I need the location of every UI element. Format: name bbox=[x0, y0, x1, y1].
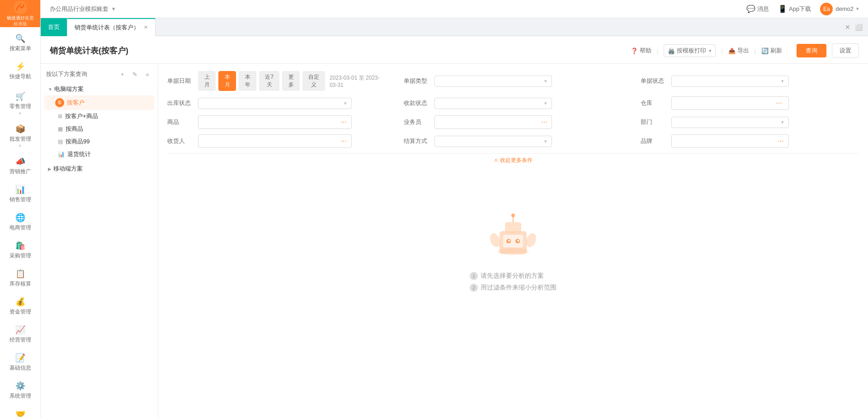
date-btn-this-month[interactable]: 本月 bbox=[218, 71, 236, 91]
date-filter-item: 单据日期 上月 本月 本年 近7天 更多 自定义 2023-03-01 至 20… bbox=[167, 71, 386, 91]
tree-item-by-customer-goods[interactable]: ⊞ 按客户+商品 bbox=[44, 110, 154, 123]
receiver-label: 收货人 bbox=[167, 137, 194, 145]
message-icon: 💬 bbox=[746, 5, 755, 13]
tab-home[interactable]: 首页 bbox=[41, 18, 67, 36]
separator-3: | bbox=[755, 48, 756, 54]
date-btn-last-month[interactable]: 上月 bbox=[198, 71, 216, 91]
sidebar-item-quick-nav[interactable]: ⚡ 快捷导航 bbox=[0, 57, 41, 85]
left-panel-actions: ＋ ✎ « bbox=[117, 69, 152, 79]
tree-group-mobile-label: 移动端方案 bbox=[53, 165, 83, 173]
salesperson-dots[interactable]: ··· bbox=[541, 118, 547, 126]
filter-area: 单据日期 上月 本月 本年 近7天 更多 自定义 2023-03-01 至 20… bbox=[167, 71, 859, 167]
goods-dots[interactable]: ··· bbox=[341, 118, 347, 126]
goods-label: 商品 bbox=[167, 118, 194, 126]
maximize-icon[interactable]: ⬜ bbox=[855, 24, 863, 31]
app-download-btn[interactable]: 📱 App下载 bbox=[778, 5, 811, 13]
receiver-select[interactable]: ··· bbox=[198, 134, 352, 148]
export-icon: 📤 bbox=[728, 48, 736, 54]
edit-scheme-btn[interactable]: ✎ bbox=[130, 69, 140, 79]
tree-item-by-goods-99[interactable]: ▤ 按商品99 bbox=[44, 135, 154, 148]
settlement-select[interactable]: ▾ bbox=[434, 136, 552, 147]
sidebar-item-system[interactable]: ⚙️ 系统管理 bbox=[0, 376, 41, 404]
status-select[interactable]: ▾ bbox=[671, 76, 789, 87]
export-btn[interactable]: 📤 导出 bbox=[728, 47, 749, 55]
receiver-dots[interactable]: ··· bbox=[341, 137, 347, 145]
out-status-select[interactable]: ▾ bbox=[198, 98, 352, 109]
tabs-bar: 首页 销货单统计表（按客户） ✕ ✕ ⬜ bbox=[41, 18, 868, 36]
template-print-btn[interactable]: 🖨️ 按模板打印 ▾ bbox=[664, 44, 716, 57]
receipt-status-select[interactable]: ▾ bbox=[434, 98, 552, 109]
sidebar-logo: 畅捷通好生意 标准版 bbox=[0, 0, 41, 27]
retail-icon: 🛒 bbox=[15, 91, 25, 101]
date-btn-custom[interactable]: 自定义 bbox=[302, 71, 325, 91]
brand-dots[interactable]: ··· bbox=[778, 137, 783, 145]
setting-button[interactable]: 设置 bbox=[832, 43, 859, 58]
warehouse-label: 仓库 bbox=[641, 99, 668, 107]
tab-close-icon[interactable]: ✕ bbox=[144, 24, 148, 30]
tree-arrow-desktop: ▼ bbox=[48, 87, 52, 92]
collapse-panel-btn[interactable]: « bbox=[142, 69, 152, 79]
svg-point-13 bbox=[511, 214, 515, 217]
tree-item-by-goods[interactable]: ▦ 按商品 bbox=[44, 123, 154, 135]
brand-select[interactable]: ··· bbox=[671, 134, 789, 148]
salesperson-select[interactable]: ··· bbox=[434, 115, 552, 129]
basic-icon: 📝 bbox=[15, 353, 25, 363]
step-1-circle: 1 bbox=[470, 272, 478, 280]
department-arrow: ▾ bbox=[781, 119, 784, 125]
sidebar-item-search[interactable]: 🔍 搜索菜单 bbox=[0, 29, 41, 57]
tree-group-desktop[interactable]: ▼ 电脑端方案 bbox=[44, 83, 154, 95]
tree-group-mobile[interactable]: ▶ 移动端方案 bbox=[44, 162, 154, 175]
user-menu[interactable]: Ea demo2 ▾ bbox=[820, 3, 859, 15]
enterprise-icon: 🤝 bbox=[15, 409, 25, 418]
sidebar-item-wholesale[interactable]: 📦 批发管理 ▲ bbox=[0, 119, 41, 152]
sidebar-item-inventory[interactable]: 📋 库存核算 bbox=[0, 264, 41, 292]
add-scheme-btn[interactable]: ＋ bbox=[117, 69, 127, 79]
tree-item-by-customer[interactable]: 客 按客户 bbox=[44, 95, 154, 110]
sidebar-item-marketing[interactable]: 📣 营销推广 bbox=[0, 152, 41, 180]
message-btn[interactable]: 💬 消息 bbox=[746, 5, 769, 13]
refresh-btn[interactable]: 🔄 刷新 bbox=[761, 47, 782, 55]
receipt-status-filter-item: 收款状态 ▾ bbox=[404, 98, 622, 109]
sidebar-item-sales[interactable]: 📊 销售管理 bbox=[0, 180, 41, 208]
close-window-icon[interactable]: ✕ bbox=[845, 24, 850, 31]
sidebar-item-enterprise[interactable]: 🤝 企业协同 bbox=[0, 404, 41, 418]
sidebar-item-ecommerce[interactable]: 🌐 电商管理 bbox=[0, 208, 41, 236]
date-btn-more[interactable]: 更多 bbox=[282, 71, 300, 91]
receipt-status-label: 收款状态 bbox=[404, 99, 431, 107]
svg-point-8 bbox=[517, 240, 519, 242]
sidebar-item-finance[interactable]: 💰 资金管理 bbox=[0, 292, 41, 320]
collapse-bar[interactable]: ∧ 收起更多条件 bbox=[167, 153, 859, 167]
brand-label: 品牌 bbox=[641, 137, 668, 145]
finance-icon: 💰 bbox=[15, 297, 25, 307]
department-label: 部门 bbox=[641, 118, 668, 126]
page-title: 销货单统计表(按客户) bbox=[50, 45, 128, 56]
warehouse-select[interactable]: ··· bbox=[671, 96, 789, 110]
sidebar-item-operations[interactable]: 📈 经营管理 bbox=[0, 320, 41, 348]
right-panel: 单据日期 上月 本月 本年 近7天 更多 自定义 2023-03-01 至 20… bbox=[158, 64, 868, 418]
empty-illustration bbox=[486, 209, 540, 263]
help-btn[interactable]: ❓ 帮助 bbox=[631, 47, 651, 55]
sidebar-item-purchase[interactable]: 🛍️ 采购管理 bbox=[0, 236, 41, 264]
type-select[interactable]: ▾ bbox=[434, 76, 552, 87]
page-actions: ❓ 帮助 | 🖨️ 按模板打印 ▾ | 📤 导出 | 🔄 刷新 bbox=[631, 43, 859, 58]
sidebar-item-retail[interactable]: 🛒 零售管理 ▲ bbox=[0, 87, 41, 119]
warehouse-dots[interactable]: ··· bbox=[776, 99, 782, 107]
sidebar-item-basic[interactable]: 📝 基础信息 bbox=[0, 348, 41, 376]
return-stat-label: 退货统计 bbox=[67, 150, 91, 158]
tab-sales-stat[interactable]: 销货单统计表（按客户） ✕ bbox=[67, 18, 156, 36]
wholesale-arrow: ▲ bbox=[18, 143, 22, 147]
app-name-dropdown-icon[interactable]: ▾ bbox=[112, 5, 115, 12]
query-button[interactable]: 查询 bbox=[797, 44, 826, 57]
app-download-label: App下载 bbox=[789, 5, 811, 13]
type-label: 单据类型 bbox=[404, 77, 431, 85]
date-btn-this-year[interactable]: 本年 bbox=[239, 71, 256, 91]
department-select[interactable]: ▾ bbox=[671, 117, 789, 128]
ecommerce-icon: 🌐 bbox=[15, 213, 25, 223]
page-header: 销货单统计表(按客户) ❓ 帮助 | 🖨️ 按模板打印 ▾ | 📤 导出 | bbox=[41, 36, 868, 64]
tree-item-return-stat[interactable]: 📊 退货统计 bbox=[44, 148, 154, 161]
separator-1: | bbox=[657, 48, 658, 54]
date-btn-7days[interactable]: 近7天 bbox=[259, 71, 279, 91]
step-2-circle: 2 bbox=[470, 284, 478, 292]
goods-select[interactable]: ··· bbox=[198, 115, 352, 129]
top-bar: 办公用品行业模拟账套 ▾ 💬 消息 📱 App下载 Ea demo2 ▾ bbox=[41, 0, 868, 18]
